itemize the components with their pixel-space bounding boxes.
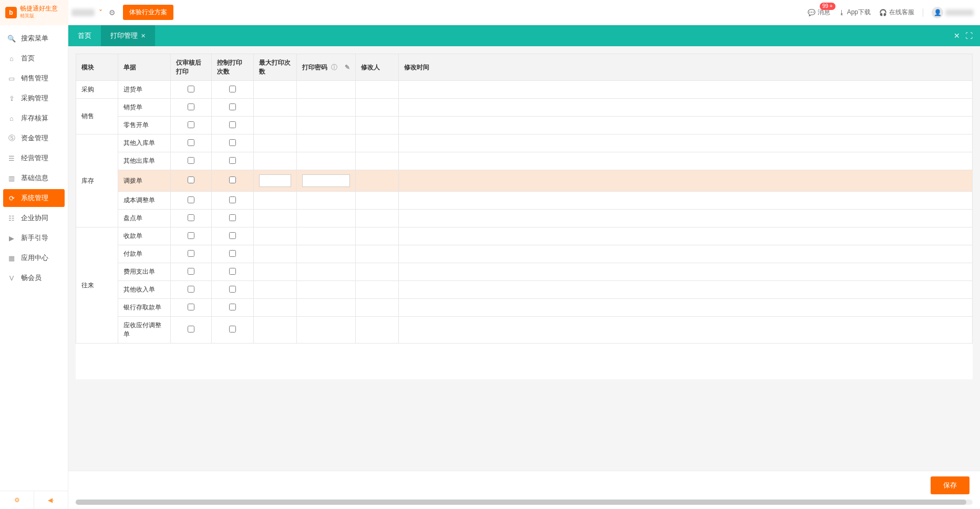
cell-modified-at bbox=[399, 317, 973, 344]
audit-only-checkbox[interactable] bbox=[188, 86, 194, 92]
limit-count-checkbox[interactable] bbox=[229, 214, 236, 221]
sidebar-item-label: 搜索菜单 bbox=[21, 34, 48, 43]
audit-only-checkbox[interactable] bbox=[188, 268, 194, 275]
sidebar-item-guide[interactable]: ▶新手引导 bbox=[0, 228, 68, 248]
cell-limit-count bbox=[212, 281, 254, 299]
fullscreen-button[interactable]: ⛶ bbox=[965, 32, 973, 40]
sidebar-item-stock[interactable]: ⌂库存核算 bbox=[0, 108, 68, 128]
industry-plan-button[interactable]: 体验行业方案 bbox=[123, 5, 173, 20]
limit-count-checkbox[interactable] bbox=[229, 286, 236, 293]
audit-only-checkbox[interactable] bbox=[188, 139, 194, 146]
org-select[interactable]: ˅ ⚙ bbox=[71, 8, 116, 17]
edit-icon[interactable]: ✎ bbox=[345, 64, 350, 71]
sidebar-settings-button[interactable]: ⚙ bbox=[0, 491, 34, 509]
horizontal-scrollbar[interactable] bbox=[76, 500, 973, 505]
audit-only-checkbox[interactable] bbox=[188, 196, 194, 203]
close-all-tabs-button[interactable]: ✕ bbox=[954, 32, 960, 40]
save-button[interactable]: 保存 bbox=[931, 476, 969, 494]
limit-count-checkbox[interactable] bbox=[229, 103, 236, 110]
table-row: 盘点单 bbox=[76, 210, 973, 227]
limit-count-checkbox[interactable] bbox=[229, 196, 236, 203]
cell-modifier bbox=[356, 210, 399, 227]
limit-count-checkbox[interactable] bbox=[229, 139, 236, 146]
limit-count-checkbox[interactable] bbox=[229, 121, 236, 128]
th-modified-at: 修改时间 bbox=[399, 54, 973, 81]
tab-home-label: 首页 bbox=[78, 31, 91, 40]
audit-only-checkbox[interactable] bbox=[188, 157, 194, 164]
cell-audit-only bbox=[171, 299, 212, 317]
sidebar-item-search[interactable]: 🔍搜索菜单 bbox=[0, 28, 68, 48]
scrollbar-thumb[interactable] bbox=[76, 500, 966, 505]
limit-count-checkbox[interactable] bbox=[229, 304, 236, 310]
cell-doc: 其他入库单 bbox=[118, 134, 171, 152]
limit-count-checkbox[interactable] bbox=[229, 250, 236, 257]
cell-password bbox=[297, 117, 356, 134]
sidebar-item-home[interactable]: ⌂首页 bbox=[0, 48, 68, 68]
table-row: 其他收入单 bbox=[76, 281, 973, 299]
sidebar-item-sales[interactable]: ▭销售管理 bbox=[0, 68, 68, 88]
messages-button[interactable]: 💬 消息 99 + bbox=[808, 8, 830, 17]
gear-icon[interactable]: ⚙ bbox=[109, 8, 116, 17]
cell-audit-only bbox=[171, 227, 212, 245]
table-row: 采购进货单 bbox=[76, 81, 973, 99]
close-icon[interactable]: ✕ bbox=[141, 33, 146, 39]
audit-only-checkbox[interactable] bbox=[188, 103, 194, 110]
th-password-label: 打印密码 bbox=[302, 64, 327, 71]
cell-modifier bbox=[356, 263, 399, 281]
help-icon[interactable]: ⓘ bbox=[331, 64, 337, 71]
topbar-right: 💬 消息 99 + ⭳ App下载 🎧 在线客服 👤 bbox=[808, 7, 974, 18]
table-body: 采购进货单销售销货单零售开单库存其他入库单其他出库单调拨单成本调整单盘点单往来收… bbox=[76, 81, 973, 344]
audit-only-checkbox[interactable] bbox=[188, 250, 194, 257]
cell-max-count bbox=[254, 117, 297, 134]
audit-only-checkbox[interactable] bbox=[188, 286, 194, 293]
chat-icon: 💬 bbox=[808, 9, 816, 16]
tabbar: 首页 打印管理 ✕ ✕ ⛶ bbox=[68, 25, 980, 46]
audit-only-checkbox[interactable] bbox=[188, 214, 194, 221]
audit-only-checkbox[interactable] bbox=[188, 232, 194, 239]
audit-only-checkbox[interactable] bbox=[188, 176, 194, 183]
table-row: 费用支出单 bbox=[76, 263, 973, 281]
cell-password bbox=[297, 227, 356, 245]
limit-count-checkbox[interactable] bbox=[229, 268, 236, 275]
audit-only-checkbox[interactable] bbox=[188, 304, 194, 310]
brand-name: 畅捷通好生意 bbox=[20, 5, 58, 12]
sidebar-item-label: 资金管理 bbox=[21, 133, 48, 143]
online-service-button[interactable]: 🎧 在线客服 bbox=[879, 8, 914, 17]
password-input[interactable] bbox=[302, 174, 350, 187]
cell-audit-only bbox=[171, 281, 212, 299]
sidebar-footer: ⚙ ◀· bbox=[0, 491, 68, 509]
sidebar-item-purchase[interactable]: ⇪采购管理 bbox=[0, 88, 68, 108]
sidebar-item-vip[interactable]: V畅会员 bbox=[0, 268, 68, 288]
cell-module: 库存 bbox=[76, 134, 118, 227]
cell-modifier bbox=[356, 227, 399, 245]
brand-logo[interactable]: b 畅捷通好生意 精英版 bbox=[0, 0, 68, 25]
purchase-icon: ⇪ bbox=[7, 95, 16, 102]
table-row: 银行存取款单 bbox=[76, 299, 973, 317]
sidebar-item-biz[interactable]: ☰经营管理 bbox=[0, 148, 68, 168]
th-audit-only: 仅审核后打印 bbox=[171, 54, 212, 81]
sidebar-item-coop[interactable]: ☷企业协同 bbox=[0, 208, 68, 228]
sidebar-item-label: 销售管理 bbox=[21, 74, 48, 83]
audit-only-checkbox[interactable] bbox=[188, 121, 194, 128]
th-modifier: 修改人 bbox=[356, 54, 399, 81]
cell-modifier bbox=[356, 281, 399, 299]
limit-count-checkbox[interactable] bbox=[229, 176, 236, 183]
tab-home[interactable]: 首页 bbox=[68, 25, 101, 46]
limit-count-checkbox[interactable] bbox=[229, 157, 236, 164]
sidebar-item-fund[interactable]: Ⓢ资金管理 bbox=[0, 128, 68, 148]
limit-count-checkbox[interactable] bbox=[229, 232, 236, 239]
max-count-input[interactable] bbox=[259, 174, 291, 187]
biz-icon: ☰ bbox=[7, 154, 16, 162]
user-menu[interactable]: 👤 bbox=[932, 7, 974, 18]
sidebar-item-basic[interactable]: ▥基础信息 bbox=[0, 168, 68, 188]
app-download-button[interactable]: ⭳ App下载 bbox=[839, 8, 871, 17]
sales-icon: ▭ bbox=[7, 75, 16, 82]
tab-print-management[interactable]: 打印管理 ✕ bbox=[101, 25, 155, 46]
limit-count-checkbox[interactable] bbox=[229, 326, 236, 333]
limit-count-checkbox[interactable] bbox=[229, 86, 236, 92]
sidebar-collapse-button[interactable]: ◀· bbox=[34, 491, 68, 509]
cell-limit-count bbox=[212, 117, 254, 134]
sidebar-item-apps[interactable]: ▦应用中心 bbox=[0, 248, 68, 268]
sidebar-item-system[interactable]: ⟳系统管理 bbox=[3, 189, 65, 207]
audit-only-checkbox[interactable] bbox=[188, 326, 194, 333]
